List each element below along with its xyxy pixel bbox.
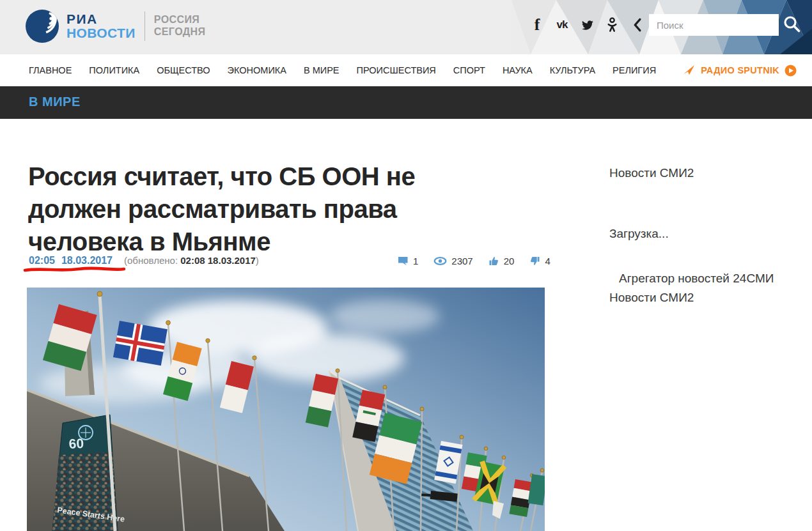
nav-item-proisshestviya[interactable]: ПРОИСШЕСТВИЯ	[356, 65, 435, 75]
section-bar: В МИРЕ	[0, 86, 812, 119]
search-icon	[783, 15, 801, 33]
views-count: 2307	[451, 256, 472, 266]
un-headquarters-illustration: 60 Peace Starts Here	[27, 288, 545, 531]
nav-item-ekonomika[interactable]: ЭКОНОМИКА	[228, 65, 286, 75]
site-logo[interactable]: РИА НОВОСТИ РОССИЯ СЕГОДНЯ	[26, 10, 205, 43]
nav-item-glavnoe[interactable]: ГЛАВНОЕ	[29, 65, 72, 75]
logo-divider	[144, 12, 145, 41]
search-input[interactable]	[649, 14, 779, 36]
radio-flag-icon	[683, 65, 696, 76]
collapse-arrow-icon[interactable]	[629, 16, 644, 34]
sidebar-loading-status: Загрузка...	[609, 227, 669, 241]
nav-item-sport[interactable]: СПОРТ	[453, 65, 485, 75]
logo-line2: НОВОСТИ	[66, 26, 136, 40]
eye-icon	[433, 256, 447, 266]
banner-number: 60	[68, 436, 84, 451]
ria-globe-icon	[26, 10, 59, 43]
updated-value: 02:08 18.03.2017	[180, 255, 256, 266]
nav-item-nauka[interactable]: НАУКА	[503, 65, 533, 75]
article-photo: 60 Peace Starts Here	[27, 288, 545, 531]
section-title[interactable]: В МИРЕ	[29, 95, 81, 109]
comments-count: 1	[413, 256, 418, 266]
nav-item-kultura[interactable]: КУЛЬТУРА	[550, 65, 595, 75]
dislikes-stat[interactable]: 4	[529, 256, 550, 266]
main-nav: ГЛАВНОЕ ПОЛИТИКА ОБЩЕСТВО ЭКОНОМИКА В МИ…	[0, 54, 812, 86]
sidebar-24smi-aggregator-link[interactable]: Агрегатор новостей 24СМИ	[619, 272, 774, 286]
dislikes-count: 4	[545, 256, 550, 266]
likes-stat[interactable]: 20	[488, 256, 515, 266]
updated-prefix: (обновлено:	[124, 255, 180, 266]
article-stats: 1 2307 20 4	[398, 256, 550, 266]
nav-item-religiya[interactable]: РЕЛИГИЯ	[613, 65, 656, 75]
article-title: Россия считает, что СБ ООН не должен рас…	[28, 160, 476, 258]
search-button[interactable]	[781, 14, 803, 36]
vk-icon[interactable]: vk	[554, 16, 570, 34]
thumb-up-icon	[488, 256, 499, 266]
sidebar-smi2-widget-title[interactable]: Новости СМИ2	[609, 166, 694, 180]
updated-suffix: )	[256, 255, 259, 266]
nav-item-v-mire[interactable]: В МИРЕ	[304, 65, 340, 75]
thumb-down-icon	[529, 256, 540, 266]
facebook-icon[interactable]: f	[529, 16, 545, 34]
logo-line1: РИА	[66, 12, 136, 26]
views-stat: 2307	[433, 256, 472, 266]
radio-sputnik-link[interactable]: РАДИО SPUTNIK	[683, 65, 797, 77]
site-header: РИА НОВОСТИ РОССИЯ СЕГОДНЯ f vk	[0, 0, 812, 54]
likes-count: 20	[504, 256, 515, 266]
updated-timestamp: (обновлено: 02:08 18.03.2017)	[124, 255, 259, 266]
sidebar-smi2-widget-title-2[interactable]: Новости СМИ2	[609, 291, 694, 305]
comments-stat[interactable]: 1	[398, 256, 418, 266]
play-icon	[785, 65, 797, 77]
twitter-icon[interactable]	[579, 16, 595, 34]
nav-item-obschestvo[interactable]: ОБЩЕСТВО	[157, 65, 210, 75]
logo-tagline1: РОССИЯ	[154, 14, 206, 26]
odnoklassniki-icon[interactable]	[604, 16, 620, 34]
social-bar: f vk	[529, 14, 644, 36]
annotation-underline	[22, 265, 127, 274]
radio-sputnik-label: РАДИО SPUTNIK	[701, 65, 779, 75]
comment-icon	[398, 256, 409, 266]
logo-tagline2: СЕГОДНЯ	[154, 26, 206, 38]
nav-item-politika[interactable]: ПОЛИТИКА	[89, 65, 139, 75]
